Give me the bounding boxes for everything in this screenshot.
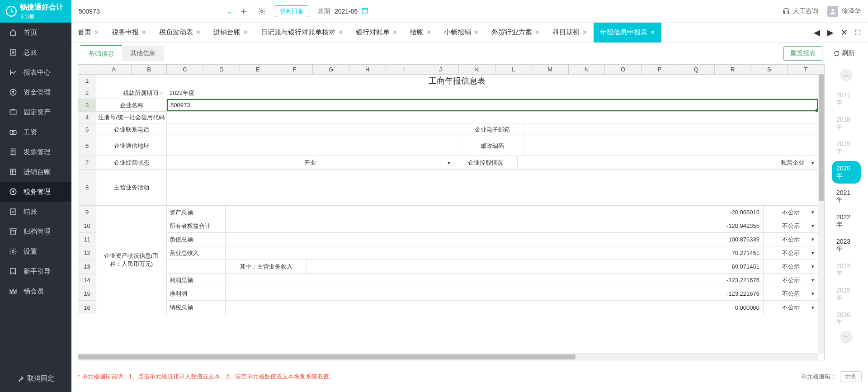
disclosure-dropdown[interactable]: 不公示 [764,246,818,260]
col-header[interactable]: J [422,65,459,74]
menu-settings[interactable]: 设置 [0,241,71,261]
close-icon[interactable]: ✕ [474,29,479,36]
year-item[interactable]: 2017年 [832,88,861,110]
tab-psi-ledger[interactable]: 进销台账✕ [207,23,255,43]
year-item[interactable]: 2020年 [832,161,861,184]
menu-assets[interactable]: 固定资产 [0,102,71,122]
col-header[interactable]: E [240,65,277,74]
col-header[interactable]: S [751,65,788,74]
example-button[interactable]: 示例 [840,371,862,382]
col-header[interactable]: C [167,65,203,74]
tab-annual-report[interactable]: 年报信息申报表✕ [594,23,661,43]
row-header[interactable]: 1 [78,75,96,87]
vertical-scrollbar[interactable] [818,75,824,354]
year-down-button[interactable]: ﹀ [840,331,853,344]
year-item[interactable]: 2025年 [832,283,861,306]
fin-value-cell[interactable]: -20.066016 [226,206,764,219]
close-icon[interactable]: ✕ [243,29,248,36]
fin-value-cell[interactable]: 70.271451 [226,246,764,260]
disclosure-dropdown[interactable]: 不公示 [764,260,818,273]
phone-cell[interactable] [167,123,461,136]
col-header[interactable]: K [459,65,495,74]
menu-tax[interactable]: 税务管理 [0,182,71,202]
reset-button[interactable]: 重置报表 [783,46,822,61]
disclosure-dropdown[interactable]: 不公示 [764,287,818,300]
close-icon[interactable]: ✕ [426,29,431,36]
col-header[interactable]: N [569,65,605,74]
row-header[interactable]: 14 [78,274,96,287]
menu-psi[interactable]: 进销台账 [0,162,71,182]
col-header[interactable]: D [203,65,240,74]
year-item[interactable]: 2026年 [832,307,861,330]
col-header[interactable]: B [132,65,167,74]
year-item[interactable]: 2022年 [832,210,861,232]
fin-value-cell[interactable]: -123.221676 [226,274,764,287]
col-header[interactable]: R [715,65,751,74]
tab-opening-balance[interactable]: 科目期初✕ [546,23,594,43]
menu-reports[interactable]: 报表中心 [0,62,71,82]
main-activity-cell[interactable] [167,170,818,205]
row-header[interactable]: 4 [78,112,96,123]
address-cell[interactable] [167,136,461,156]
tab-expense[interactable]: 小畅报销✕ [438,23,485,43]
horizontal-scrollbar[interactable] [78,354,818,360]
fin-value-cell[interactable]: 100.876339 [226,233,764,246]
row-header[interactable]: 15 [78,287,96,301]
row-header[interactable]: 5 [78,123,96,136]
close-icon[interactable]: ✕ [196,29,201,36]
row-header[interactable]: 3 [78,99,96,111]
menu-ledger[interactable]: 总账 [0,43,71,62]
refresh-button[interactable]: 刷新 [833,49,854,57]
year-item[interactable]: 2019年 [832,137,861,159]
fin-value-cell[interactable]: -120.942355 [226,219,764,232]
col-header[interactable]: Q [678,65,715,74]
close-icon[interactable]: ✕ [535,29,540,36]
company-name-cell[interactable]: 500973 [167,99,818,111]
close-icon[interactable]: ✕ [650,29,655,36]
close-icon[interactable]: ✕ [582,29,587,36]
row-header[interactable]: 13 [78,260,96,274]
status-dropdown[interactable]: 开业 [167,156,454,169]
scroll-thumb[interactable] [78,354,576,359]
menu-guide[interactable]: 新手引导 [0,261,71,281]
email-cell[interactable] [524,123,818,136]
col-header[interactable]: P [642,65,678,74]
fin-value-cell[interactable]: -123.221676 [226,287,764,300]
disclosure-dropdown[interactable]: 不公示 [764,233,818,246]
menu-archive[interactable]: 归档管理 [0,222,71,241]
menu-salary[interactable]: 工资 [0,122,71,142]
close-icon[interactable]: ✕ [142,29,146,36]
subtab-other[interactable]: 其他信息 [122,46,164,61]
close-all-button[interactable]: ✕ [837,26,851,39]
fullscreen-button[interactable] [851,26,864,39]
row-header[interactable]: 7 [78,156,96,169]
old-version-button[interactable]: 切到旧版 [275,5,308,17]
calendar-icon[interactable] [361,7,368,15]
disclosure-dropdown[interactable]: 不公示 [764,219,818,232]
year-up-button[interactable]: ︿ [840,69,853,81]
disclosure-dropdown[interactable]: 不公示 [764,274,818,287]
tab-closing[interactable]: 结账✕ [404,23,438,43]
tab-bank-statement[interactable]: 银行对账单✕ [349,23,404,43]
year-item[interactable]: 2024年 [832,259,861,281]
avatar[interactable] [827,6,838,17]
menu-funds[interactable]: 资金管理 [0,82,71,102]
col-header[interactable]: O [605,65,642,74]
row-header[interactable]: 16 [78,301,96,314]
row-header[interactable]: 12 [78,246,96,260]
fin-value-cell[interactable]: 69.071451 [307,260,764,273]
settings-button[interactable] [255,5,269,18]
close-icon[interactable]: ✕ [94,29,99,36]
col-header[interactable]: G [313,65,349,74]
col-header[interactable]: A [96,65,132,74]
consult-button[interactable]: 人工咨询 [782,7,818,15]
close-icon[interactable]: ✕ [392,29,397,36]
menu-close[interactable]: 结账 [0,202,71,222]
unpin-button[interactable]: 取消固定 [0,374,71,383]
row-header[interactable]: 9 [78,206,96,219]
tab-tax-fluct[interactable]: 税负波动表✕ [153,23,207,43]
fin-value-cell[interactable]: 0.000000 [226,301,764,314]
row-header[interactable]: 6 [78,136,96,156]
tab-journal-reconcile[interactable]: 日记账与银行对账单核对✕ [255,23,349,43]
holding-dropdown[interactable]: 私营企业 [518,156,818,169]
